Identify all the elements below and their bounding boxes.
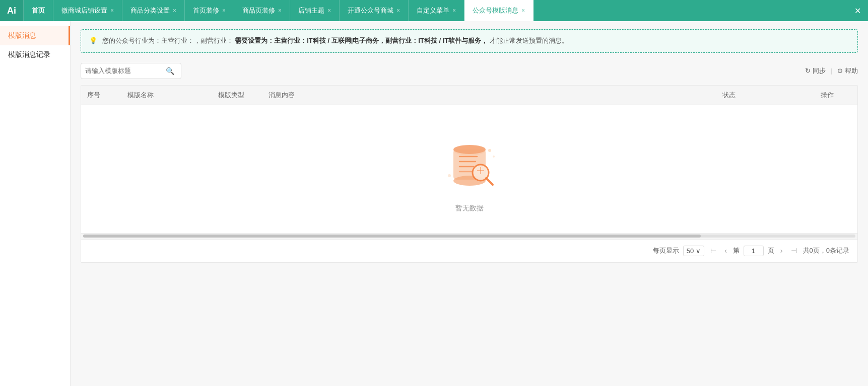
nav-tab-template-msg-label: 公众号模版消息: [473, 6, 518, 15]
page-size-dropdown-icon: ∨: [696, 247, 701, 255]
actions-divider: |: [831, 67, 832, 74]
th-content: 消息内容: [262, 86, 716, 105]
page-label-post: 页: [768, 246, 774, 255]
prev-page-button[interactable]: ‹: [722, 246, 729, 256]
sidebar-item-template-msg-label: 模版消息: [8, 31, 36, 39]
search-icon[interactable]: 🔍: [166, 67, 174, 75]
sidebar-item-template-msg-record[interactable]: 模版消息记录: [0, 45, 70, 64]
nav-tab-wshop-close[interactable]: ×: [110, 7, 114, 14]
nav-tab-home[interactable]: 首页: [24, 0, 53, 21]
nav-tab-wshop-setting[interactable]: 微商城店铺设置 ×: [53, 0, 122, 21]
nav-tab-category[interactable]: 商品分类设置 ×: [122, 0, 185, 21]
nav-tab-custom-menu[interactable]: 自定义菜单 ×: [409, 0, 464, 21]
svg-point-14: [448, 174, 451, 177]
notice-icon: 💡: [89, 37, 97, 44]
th-name: 模版名称: [121, 86, 212, 105]
search-input-wrap[interactable]: 🔍: [81, 63, 181, 79]
next-page-button[interactable]: ›: [778, 246, 785, 256]
nav-tab-open-mall[interactable]: 开通公众号商城 ×: [340, 0, 409, 21]
nav-tab-home-label: 首页: [32, 6, 45, 15]
empty-state: 暂无数据: [81, 105, 857, 233]
main-layout: 模版消息 模版消息记录 💡 您的公众号行业为：主营行业：，副营行业： 需要设置为…: [0, 21, 868, 386]
page-number-input[interactable]: [744, 246, 764, 256]
page-label-pre: 第: [733, 246, 740, 255]
nav-tab-home-decor-close[interactable]: ×: [222, 7, 226, 14]
nav-tab-wshop-label: 微商城店铺设置: [61, 6, 107, 15]
help-label: 帮助: [845, 66, 858, 75]
sync-icon: ↻: [805, 67, 811, 74]
scrollbar-thumb[interactable]: [83, 235, 701, 238]
top-nav: Ai 首页 微商城店铺设置 × 商品分类设置 × 首页装修 × 商品页装修 × …: [0, 0, 868, 21]
nav-tab-product-decor-close[interactable]: ×: [278, 7, 282, 14]
nav-tab-category-label: 商品分类设置: [130, 6, 170, 15]
nav-tab-home-decor-label: 首页装修: [193, 6, 219, 15]
help-button[interactable]: ⊙ 帮助: [837, 66, 858, 75]
nav-tab-category-close[interactable]: ×: [173, 7, 176, 14]
nav-tab-product-decor[interactable]: 商品页装修 ×: [234, 0, 290, 21]
page-size-label: 每页显示: [653, 246, 679, 255]
th-type: 模版类型: [212, 86, 262, 105]
table-container: 序号 模版名称 模版类型 消息内容 状态 操作: [81, 85, 858, 263]
nav-tab-shop-theme-label: 店铺主题: [298, 6, 324, 15]
nav-tab-template-msg-close[interactable]: ×: [521, 7, 525, 14]
main-content: 💡 您的公众号行业为：主营行业：，副营行业： 需要设置为：主营行业：IT科技 /…: [71, 21, 868, 386]
notice-text-suffix: 才能正常发送预置的消息。: [490, 37, 568, 44]
nav-tab-open-mall-label: 开通公众号商城: [348, 6, 393, 15]
scrollbar-track[interactable]: [83, 235, 855, 238]
svg-point-13: [493, 156, 495, 158]
svg-point-3: [453, 145, 486, 154]
close-all-button[interactable]: ✕: [847, 6, 868, 16]
total-info: 共0页，0条记录: [803, 246, 849, 255]
nav-tab-custom-menu-label: 自定义菜单: [417, 6, 449, 15]
svg-line-9: [486, 178, 493, 185]
notice-box: 💡 您的公众号行业为：主营行业：，副营行业： 需要设置为：主营行业：IT科技 /…: [81, 29, 858, 53]
sidebar-item-template-msg[interactable]: 模版消息: [0, 26, 70, 45]
th-status: 状态: [716, 86, 797, 105]
search-bar: 🔍 ↻ 同步 | ⊙ 帮助: [81, 63, 858, 79]
svg-point-12: [488, 149, 491, 152]
nav-tab-shop-theme[interactable]: 店铺主题 ×: [290, 0, 340, 21]
th-action: 操作: [797, 86, 857, 105]
app-logo: Ai: [0, 0, 24, 21]
th-seq: 序号: [81, 86, 121, 105]
empty-illustration: [439, 135, 500, 196]
page-size-value: 50: [687, 247, 694, 255]
pagination: 每页显示 50 ∨ ⊢ ‹ 第 页 › ⊣ 共0页，0条记录: [81, 239, 857, 262]
sync-label: 同步: [813, 66, 826, 75]
notice-text-prefix: 您的公众号行业为：主营行业：，副营行业：: [102, 37, 233, 44]
last-page-button[interactable]: ⊣: [789, 246, 799, 256]
nav-tab-home-decor[interactable]: 首页装修 ×: [185, 0, 234, 21]
first-page-button[interactable]: ⊢: [708, 246, 718, 256]
nav-tab-template-msg[interactable]: 公众号模版消息 ×: [464, 0, 533, 21]
page-size-select[interactable]: 50 ∨: [683, 246, 704, 256]
sync-button[interactable]: ↻ 同步: [805, 66, 826, 75]
nav-tab-open-mall-close[interactable]: ×: [396, 7, 400, 14]
nav-tab-product-decor-label: 商品页装修: [242, 6, 275, 15]
nav-tab-shop-theme-close[interactable]: ×: [327, 7, 331, 14]
table-header: 序号 模版名称 模版类型 消息内容 状态 操作: [81, 86, 857, 105]
nav-tab-custom-menu-close[interactable]: ×: [452, 7, 456, 14]
scrollbar-area[interactable]: [81, 233, 857, 239]
search-input[interactable]: [85, 67, 166, 74]
help-icon: ⊙: [837, 67, 843, 74]
notice-highlight: 需要设置为：主营行业：IT科技 / 互联网|电子商务，副营行业：IT科技 / I…: [235, 37, 488, 44]
sidebar: 模版消息 模版消息记录: [0, 21, 71, 386]
search-actions: ↻ 同步 | ⊙ 帮助: [805, 66, 858, 75]
sidebar-item-template-msg-record-label: 模版消息记录: [8, 50, 50, 58]
empty-text: 暂无数据: [455, 204, 484, 213]
